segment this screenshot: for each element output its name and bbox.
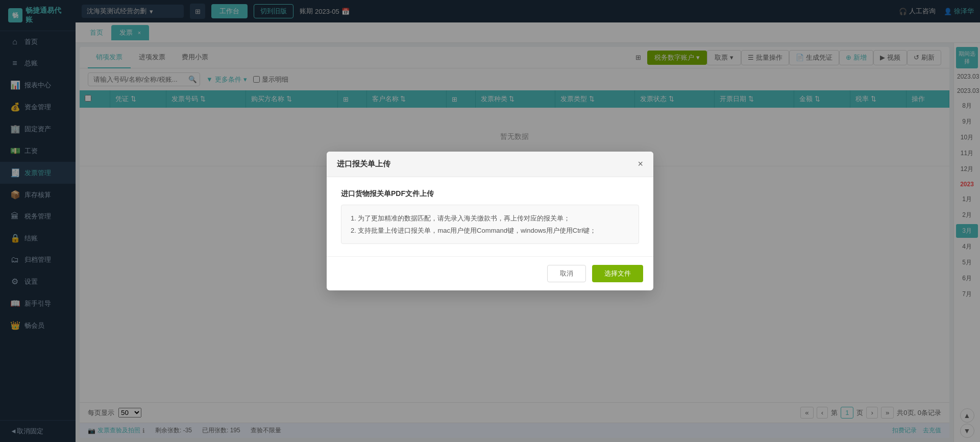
import-modal: 进口报关单上传 × 进口货物报关单PDF文件上传 1. 为了更加精准的数据匹配，…: [327, 152, 653, 290]
modal-title: 进口报关单上传: [337, 159, 390, 169]
modal-info-line1: 1. 为了更加精准的数据匹配，请先录入海关缴款书，再上传对应的报关单；: [351, 212, 629, 224]
modal-body: 进口货物报关单PDF文件上传 1. 为了更加精准的数据匹配，请先录入海关缴款书，…: [327, 177, 653, 256]
modal-header: 进口报关单上传 ×: [327, 152, 653, 177]
modal-cancel-btn[interactable]: 取消: [547, 265, 586, 282]
modal-overlay: 进口报关单上传 × 进口货物报关单PDF文件上传 1. 为了更加精准的数据匹配，…: [0, 0, 980, 442]
modal-close-btn[interactable]: ×: [638, 159, 643, 169]
modal-info-box: 1. 为了更加精准的数据匹配，请先录入海关缴款书，再上传对应的报关单； 2. 支…: [341, 205, 639, 244]
modal-section-title: 进口货物报关单PDF文件上传: [341, 189, 639, 199]
modal-info-line2: 2. 支持批量上传进口报关单，mac用户使用Command键，windows用户…: [351, 225, 629, 236]
modal-select-file-btn[interactable]: 选择文件: [592, 265, 643, 282]
modal-footer: 取消 选择文件: [327, 256, 653, 290]
